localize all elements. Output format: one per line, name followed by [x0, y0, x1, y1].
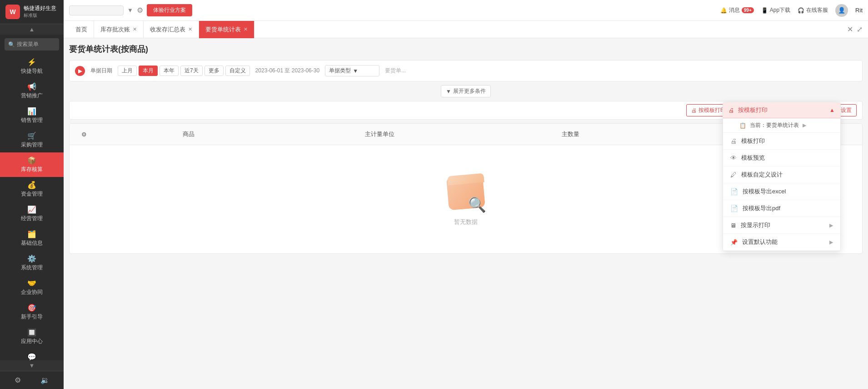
dropdown-item-export-pdf[interactable]: 📄 按模板导出pdf — [723, 200, 840, 217]
sidebar-item-finance[interactable]: 💰 资金管理 — [0, 177, 64, 202]
avatar[interactable]: 👤 — [835, 4, 848, 17]
th-unit: 主计量单位 — [284, 127, 475, 141]
date-btn-custom[interactable]: 自定义 — [225, 66, 250, 76]
tab-order-stat[interactable]: 要货单统计表 ✕ — [199, 21, 254, 38]
maximize-window-icon[interactable]: ⤢ — [857, 25, 863, 34]
sidebar-item-inventory[interactable]: 📦 库存核算 — [0, 152, 64, 177]
sidebar-item-wechat[interactable]: 💬 企业微信 — [0, 349, 64, 360]
page-title: 要货单统计表(按商品) — [69, 44, 863, 55]
dropdown-item-export-excel[interactable]: 📄 按模板导出excel — [723, 183, 840, 200]
current-template-icon: 📋 — [739, 122, 746, 129]
order-type-select[interactable]: 单据类型 ▼ — [325, 65, 379, 76]
sidebar-item-guide[interactable]: 🎯 新手引导 — [0, 300, 64, 324]
sidebar-item-quick-nav[interactable]: ⚡ 快捷导航 — [0, 54, 64, 79]
speaker-icon[interactable]: 🔉 — [40, 376, 50, 384]
sidebar-scroll-up[interactable]: ▲ — [0, 24, 64, 35]
display-print-expand-icon: ▶ — [829, 222, 833, 228]
tabs-bar: 首页 库存批次账 ✕ 收发存汇总表 ✕ 要货单统计表 ✕ ✕ ⤢ — [64, 21, 868, 38]
trial-button[interactable]: 体验行业方案 — [147, 4, 192, 16]
sidebar-scroll-down[interactable]: ▼ — [0, 360, 64, 371]
sidebar-item-cooperation[interactable]: 🤝 企业协同 — [0, 275, 64, 300]
order-type-dropdown-icon: ▼ — [353, 68, 358, 74]
header-left: ▼ ⚙ 体验行业方案 — [69, 4, 716, 16]
basic-icon: 🗂️ — [27, 230, 36, 238]
top-header: ▼ ⚙ 体验行业方案 🔔 消息 99+ 📱 App下载 🎧 在线客服 👤 Rit — [64, 0, 868, 21]
filter-more-placeholder: 要货单... — [385, 67, 406, 75]
current-template-item[interactable]: 📋 当前：要货单统计表 ▶ — [723, 118, 840, 133]
sidebar-item-marketing[interactable]: 📢 营销推广 — [0, 79, 64, 103]
tab-home[interactable]: 首页 — [69, 21, 94, 38]
date-buttons: 上月 本月 本年 近7天 更多 自定义 — [118, 66, 250, 76]
filter-expand-button[interactable]: ▶ — [75, 66, 85, 76]
finance-icon: 💰 — [27, 181, 36, 189]
user-icon: 👤 — [838, 7, 845, 14]
sales-icon: 📊 — [27, 107, 36, 116]
app-logo-icon: W — [5, 5, 20, 19]
messages-button[interactable]: 🔔 消息 99+ — [720, 6, 754, 14]
main-area: ▼ ⚙ 体验行业方案 🔔 消息 99+ 📱 App下载 🎧 在线客服 👤 Rit — [64, 0, 868, 389]
th-quantity: 主数量 — [475, 127, 666, 141]
export-excel-icon: 📄 — [730, 188, 738, 195]
tab-inventory-batch[interactable]: 库存批次账 ✕ — [94, 21, 144, 38]
sidebar-item-apps[interactable]: 🔲 应用中心 — [0, 324, 64, 349]
expand-more-button[interactable]: ▼ 展开更多条件 — [441, 85, 491, 97]
marketing-icon: 📢 — [27, 82, 36, 91]
tab-close-inventory-batch[interactable]: ✕ — [133, 26, 137, 32]
dropdown-item-template-print[interactable]: 🖨 模板打印 — [723, 133, 840, 150]
bell-icon: 🔔 — [720, 7, 727, 14]
breadcrumb-input[interactable] — [69, 5, 124, 15]
dropdown-item-template-preview[interactable]: 👁 模板预览 — [723, 150, 840, 167]
app-edition-badge: 标准版 — [24, 12, 56, 19]
date-btn-this-year[interactable]: 本年 — [160, 66, 179, 76]
empty-text: 暂无数据 — [454, 218, 478, 226]
cooperation-icon: 🤝 — [27, 279, 36, 288]
template-design-icon: 🖊 — [730, 171, 737, 178]
tab-close-receive-send[interactable]: ✕ — [188, 26, 192, 32]
date-btn-7days[interactable]: 近7天 — [180, 66, 203, 76]
dropdown-item-template-design[interactable]: 🖊 模板自定义设计 — [723, 167, 840, 183]
sidebar-item-purchase[interactable]: 🛒 采购管理 — [0, 128, 64, 152]
print-dropdown: 🖨 按模板打印 ▲ 📋 当前：要货单统计表 ▶ 🖨 模板打印 👁 模板预览 🖊 — [723, 102, 841, 251]
online-service-button[interactable]: 🎧 在线客服 — [798, 6, 828, 14]
tab-close-order-stat[interactable]: ✕ — [244, 26, 248, 32]
app-download-button[interactable]: 📱 App下载 — [761, 6, 790, 14]
header-dropdown-icon[interactable]: ▼ — [127, 7, 133, 14]
magnifier-icon: 🔍 — [468, 196, 486, 213]
filter-bar: ▶ 单据日期 上月 本月 本年 近7天 更多 自定义 2023-06-01 至 … — [69, 60, 863, 81]
phone-icon: 📱 — [761, 7, 768, 14]
sidebar-search[interactable]: 🔍 搜索菜单 — [5, 38, 59, 51]
apps-icon: 🔲 — [27, 328, 36, 337]
page-content: 要货单统计表(按商品) ▶ 单据日期 上月 本月 本年 近7天 更多 自定义 2… — [64, 38, 868, 389]
template-print-icon: 🖨 — [730, 137, 737, 145]
display-print-icon: 🖥 — [730, 222, 736, 229]
date-btn-this-month[interactable]: 本月 — [139, 66, 158, 76]
dropdown-chevron-up: ▲ — [829, 107, 835, 113]
current-template-arrow: ▶ — [803, 122, 806, 128]
username-label: Rit — [855, 7, 863, 14]
system-icon: ⚙️ — [27, 254, 36, 263]
set-default-icon: 📌 — [730, 239, 738, 246]
sidebar-item-system[interactable]: ⚙️ 系统管理 — [0, 251, 64, 275]
printer-icon: 🖨 — [691, 107, 697, 114]
dropdown-header[interactable]: 🖨 按模板打印 ▲ — [723, 102, 840, 118]
purchase-icon: 🛒 — [27, 131, 36, 140]
app-name: 畅捷通好生意 — [24, 5, 56, 12]
sidebar-item-basic[interactable]: 🗂️ 基础信息 — [0, 226, 64, 251]
tab-receive-send[interactable]: 收发存汇总表 ✕ — [144, 21, 199, 38]
sidebar-item-operation[interactable]: 📈 经营管理 — [0, 202, 64, 226]
date-btn-more[interactable]: 更多 — [205, 66, 224, 76]
header-gear-icon[interactable]: ⚙ — [137, 6, 143, 15]
sidebar-item-sales[interactable]: 📊 销售管理 — [0, 103, 64, 128]
close-window-icon[interactable]: ✕ — [847, 25, 853, 34]
dropdown-set-default[interactable]: 📌 设置默认功能 ▶ — [723, 234, 840, 251]
dropdown-display-print[interactable]: 🖥 按显示打印 ▶ — [723, 217, 840, 234]
date-btn-last-month[interactable]: 上月 — [118, 66, 137, 76]
settings-bottom-icon[interactable]: ⚙ — [15, 376, 21, 384]
quick-nav-icon: ⚡ — [27, 58, 36, 66]
search-icon: 🔍 — [8, 41, 15, 48]
sidebar: W 畅捷通好生意 标准版 ▲ 🔍 搜索菜单 ⚡ 快捷导航 📢 营销推广 📊 销售… — [0, 0, 64, 389]
sidebar-bottom: ⚙ 🔉 — [0, 371, 64, 389]
th-settings[interactable]: ⚙ — [75, 128, 93, 141]
inventory-icon: 📦 — [27, 156, 36, 165]
template-preview-icon: 👁 — [730, 154, 737, 162]
